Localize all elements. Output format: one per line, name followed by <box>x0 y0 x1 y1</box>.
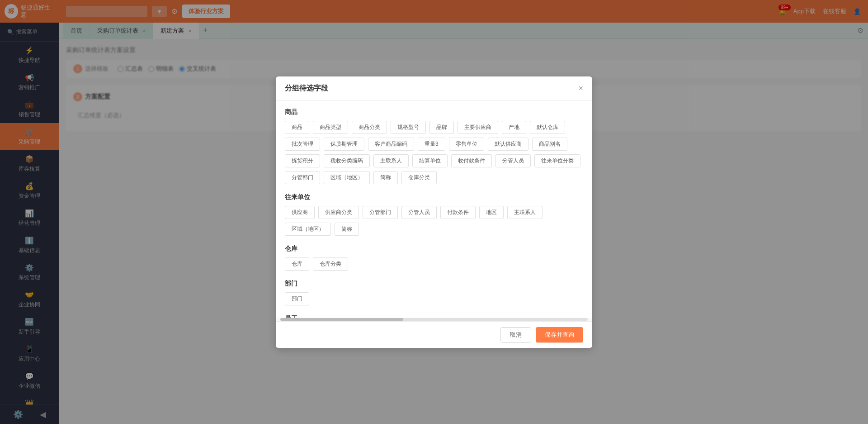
field-tag-product-19[interactable]: 结算单位 <box>412 154 448 167</box>
field-group-department-title: 部门 <box>285 280 583 288</box>
field-tag-product-13[interactable]: 零售单位 <box>449 138 484 151</box>
field-tags-product: 商品 商品类型 商品分类 规格型号 品牌 主要供应商 产地 默认仓库 批次管理 … <box>285 121 583 184</box>
field-tag-product-12[interactable]: 重量3 <box>418 138 445 151</box>
field-tags-warehouse: 仓库 仓库分类 <box>285 257 583 271</box>
field-tag-product-1[interactable]: 商品 <box>285 121 309 134</box>
field-tag-counterpart-9[interactable]: 简称 <box>335 223 359 236</box>
field-tag-product-24[interactable]: 区域（地区） <box>324 171 370 184</box>
field-tag-product-15[interactable]: 商品别名 <box>532 138 567 151</box>
field-selection-modal: 分组待选字段 × 商品 商品 商品类型 商品分类 规格型号 <box>276 76 592 348</box>
modal-overlay: 分组待选字段 × 商品 商品 商品类型 商品分类 规格型号 <box>59 39 868 424</box>
field-tag-counterpart-1[interactable]: 供应商 <box>285 206 315 219</box>
field-tag-product-11[interactable]: 客户商品编码 <box>368 138 414 151</box>
field-tag-counterpart-4[interactable]: 分管人员 <box>401 206 437 219</box>
field-tag-product-26[interactable]: 仓库分类 <box>401 171 437 184</box>
modal-horizontal-scrollbar[interactable] <box>276 318 592 321</box>
field-tag-product-2[interactable]: 商品类型 <box>313 121 348 134</box>
field-tag-product-22[interactable]: 往来单位分类 <box>534 154 580 167</box>
field-group-warehouse: 仓库 仓库 仓库分类 <box>285 245 583 271</box>
field-tag-product-8[interactable]: 默认仓库 <box>530 121 565 134</box>
field-tag-product-17[interactable]: 税收分类编码 <box>324 154 370 167</box>
main-area: ▼ ⚙ 体验行业方案 🔔 99+ App下载 在线客服 👤 首页 采购订单统计表 <box>59 0 868 424</box>
field-tag-product-10[interactable]: 保质期管理 <box>324 138 364 151</box>
field-tags-department: 部门 <box>285 292 583 305</box>
modal-footer: 取消 保存并查询 <box>276 321 592 348</box>
field-group-employee-title: 员工 <box>285 314 583 318</box>
field-tag-warehouse-2[interactable]: 仓库分类 <box>313 257 348 271</box>
field-tag-product-23[interactable]: 分管部门 <box>285 171 320 184</box>
field-group-employee: 员工 业务员 <box>285 314 583 318</box>
modal-title: 分组待选字段 <box>285 84 328 93</box>
field-tags-counterpart: 供应商 供应商分类 分管部门 分管人员 付款条件 地区 主联系人 区域（地区） … <box>285 206 583 236</box>
field-tag-product-25[interactable]: 简称 <box>373 171 398 184</box>
field-tag-product-14[interactable]: 默认供应商 <box>488 138 528 151</box>
modal-close-button[interactable]: × <box>578 84 583 93</box>
field-tag-product-20[interactable]: 收付款条件 <box>451 154 492 167</box>
field-tag-product-3[interactable]: 商品分类 <box>352 121 387 134</box>
field-tag-department-1[interactable]: 部门 <box>285 292 309 305</box>
field-tag-counterpart-3[interactable]: 分管部门 <box>363 206 398 219</box>
field-tag-product-5[interactable]: 品牌 <box>429 121 454 134</box>
field-group-counterpart-title: 往来单位 <box>285 193 583 201</box>
field-tag-product-7[interactable]: 产地 <box>502 121 526 134</box>
field-tag-product-9[interactable]: 批次管理 <box>285 138 320 151</box>
field-tag-counterpart-2[interactable]: 供应商分类 <box>318 206 359 219</box>
field-group-product: 商品 商品 商品类型 商品分类 规格型号 品牌 主要供应商 产地 默认仓库 批次… <box>285 108 583 184</box>
field-tag-product-4[interactable]: 规格型号 <box>391 121 426 134</box>
field-group-counterpart: 往来单位 供应商 供应商分类 分管部门 分管人员 付款条件 地区 主联系人 区域… <box>285 193 583 236</box>
field-tag-counterpart-7[interactable]: 主联系人 <box>507 206 542 219</box>
save-query-button[interactable]: 保存并查询 <box>536 327 583 343</box>
field-tag-product-6[interactable]: 主要供应商 <box>458 121 498 134</box>
cancel-button[interactable]: 取消 <box>500 327 531 343</box>
modal-header: 分组待选字段 × <box>276 76 592 101</box>
field-group-department: 部门 部门 <box>285 280 583 305</box>
field-tag-counterpart-6[interactable]: 地区 <box>479 206 504 219</box>
main-content: 采购订单统计表方案设置 1 选择模板 汇总表 明细表 <box>59 39 868 424</box>
field-tag-counterpart-8[interactable]: 区域（地区） <box>285 223 331 236</box>
field-group-warehouse-title: 仓库 <box>285 245 583 253</box>
field-tag-counterpart-5[interactable]: 付款条件 <box>440 206 476 219</box>
field-tag-product-16[interactable]: 拣货积分 <box>285 154 320 167</box>
field-tag-product-21[interactable]: 分管人员 <box>495 154 531 167</box>
field-group-product-title: 商品 <box>285 108 583 116</box>
field-tag-product-18[interactable]: 主联系人 <box>373 154 409 167</box>
modal-body[interactable]: 商品 商品 商品类型 商品分类 规格型号 品牌 主要供应商 产地 默认仓库 批次… <box>276 101 592 318</box>
field-tag-warehouse-1[interactable]: 仓库 <box>285 257 309 271</box>
